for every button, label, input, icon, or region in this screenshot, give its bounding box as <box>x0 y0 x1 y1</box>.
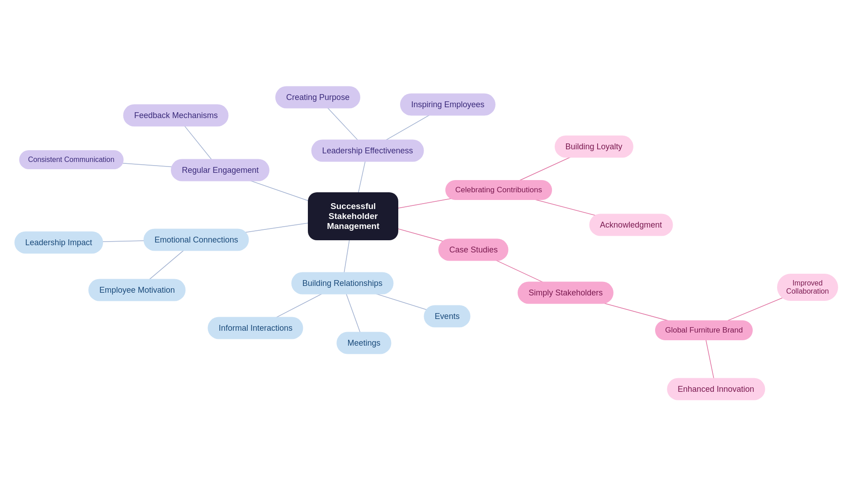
node-informal_interactions[interactable]: Informal Interactions <box>208 317 303 339</box>
node-simply_stakeholders[interactable]: Simply Stakeholders <box>518 282 613 304</box>
node-creating_purpose[interactable]: Creating Purpose <box>275 86 360 109</box>
connections-layer <box>0 0 868 490</box>
mind-map: Successful Stakeholder ManagementRegular… <box>0 0 868 490</box>
node-building_loyalty[interactable]: Building Loyalty <box>554 135 633 157</box>
node-celebrating_contributions[interactable]: Celebrating Contributions <box>445 180 552 200</box>
node-meetings[interactable]: Meetings <box>337 332 392 354</box>
node-emotional_connections[interactable]: Emotional Connections <box>144 228 249 251</box>
node-inspiring_employees[interactable]: Inspiring Employees <box>400 94 495 116</box>
node-employee_motivation[interactable]: Employee Motivation <box>89 279 186 301</box>
node-center[interactable]: Successful Stakeholder Management <box>308 192 398 240</box>
node-building_relationships[interactable]: Building Relationships <box>292 272 393 295</box>
node-feedback_mechanisms[interactable]: Feedback Mechanisms <box>123 104 229 126</box>
node-regular_engagement[interactable]: Regular Engagement <box>171 159 269 181</box>
node-case_studies[interactable]: Case Studies <box>439 239 509 261</box>
node-global_furniture_brand[interactable]: Global Furniture Brand <box>655 320 753 340</box>
node-enhanced_innovation[interactable]: Enhanced Innovation <box>667 378 765 400</box>
node-events[interactable]: Events <box>424 305 471 327</box>
node-acknowledgment[interactable]: Acknowledgment <box>589 214 673 236</box>
node-consistent_communication[interactable]: Consistent Communication <box>19 150 123 169</box>
node-leadership_impact[interactable]: Leadership Impact <box>14 232 103 254</box>
node-leadership_effectiveness[interactable]: Leadership Effectiveness <box>311 139 424 162</box>
node-improved_collaboration[interactable]: Improved Collaboration <box>777 274 838 301</box>
